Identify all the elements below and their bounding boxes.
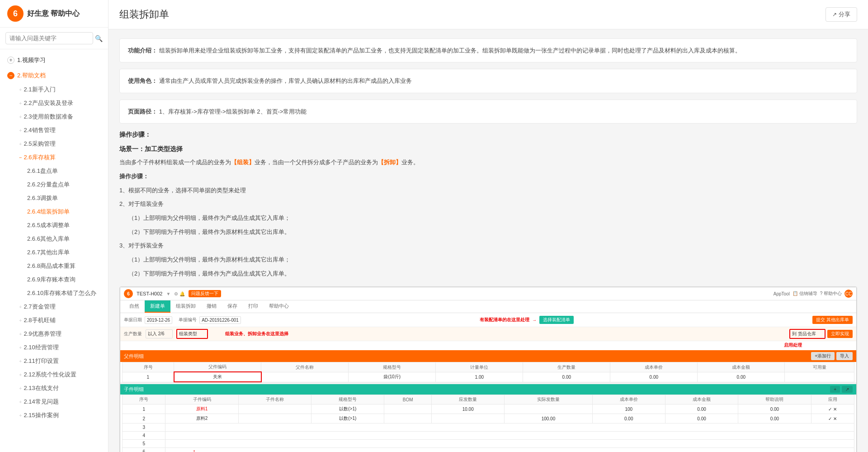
sub-cell [238, 414, 311, 423]
sub-col-no: 序号 [123, 395, 165, 404]
sidebar-item-2-6-6[interactable]: 2.6.6其他入库单 [25, 232, 108, 246]
sidebar-item-2-6-8[interactable]: 2.6.8商品成本重算 [25, 259, 108, 273]
sidebar-item-2-6-1[interactable]: 2.6.1盘点单 [25, 164, 108, 178]
sub-cell: 0.00 [665, 404, 738, 414]
mock-date-label: 单据日期 [124, 317, 142, 323]
mock-tabs: 自然 新建单 组装拆卸 撤销 保存 打印 帮助中心 [120, 300, 856, 313]
mock-tab-save[interactable]: 保存 [222, 300, 243, 313]
sub-cell: 4 [123, 432, 165, 440]
annotation-text-2: 组装业务、拆卸业务在这里选择 [225, 331, 288, 337]
mock-lower-title: 子件明细 [124, 386, 144, 393]
sidebar-item-2-10[interactable]: +2.10经营管理 [9, 341, 108, 354]
sidebar-item-2-6[interactable]: −2.6库存核算 [9, 151, 108, 164]
step3-2: （2）下部明细为子件明细，最终作为产成品生成其它入库单。 [119, 268, 857, 280]
sidebar-item-2-12[interactable]: +2.12系统个性化设置 [9, 368, 108, 381]
search-box: 🔍 [0, 28, 108, 49]
mock-topbar-left: 6 TEST-H002 ▼ ⚙ 🔔 问题反馈一下 [124, 289, 221, 298]
sidebar-item-2-6-5[interactable]: 2.6.5成本调整单 [25, 219, 108, 232]
mock-tab-home[interactable]: 自然 [124, 300, 145, 313]
mock-qty-val[interactable]: 以入 2/6 [146, 329, 173, 338]
mock-tab-assembly[interactable]: 组装拆卸 [170, 300, 201, 313]
sidebar-item-1-label: 1.视频学习 [17, 56, 46, 64]
sidebar: 6 好生意 帮助中心 🔍 + 1.视频学习 − 2.帮助文档 +2.1新手入门 [0, 0, 108, 452]
mock-qty-label: 生产数量 [124, 331, 142, 337]
mock-bill-val[interactable]: AD-20191226-001 [199, 316, 241, 324]
role-text: 通常由生产人员或库管人员完成拆装业务的操作，库管人员确认原材料的出库和产成品的入… [159, 77, 412, 84]
main-header: 组装拆卸单 ↗ 分享 [108, 0, 868, 29]
sidebar-item-2-label: 2.帮助文档 [17, 71, 46, 80]
sidebar-item-2-13[interactable]: +2.13在线支付 [9, 381, 108, 395]
dot-icon: + [19, 318, 22, 323]
mock-btn-select-bom[interactable]: 选择装配清单 [539, 316, 574, 324]
parent-table: 序号 父件编码 父件名称 规格型号 计量单位 生产数量 成本单价 成本金额 可用… [122, 362, 854, 382]
sidebar-item-2-6-7[interactable]: 2.6.7其他出库单 [25, 246, 108, 259]
lower-table-wrapper: 序号 子件编码 子件名称 规格型号 BOM 应发数量 实际发数量 成本单价 成本… [120, 395, 856, 452]
sub-cell: 2 [123, 414, 165, 423]
mock-import[interactable]: 导入 [836, 352, 853, 360]
sidebar-item-2-15[interactable]: +2.15操作案例 [9, 409, 108, 422]
sidebar-item-2-2[interactable]: +2.2产品安装及登录 [9, 96, 108, 110]
sub-col-cost-p: 成本单价 [592, 395, 665, 404]
mock-tab-new[interactable]: 新建单 [145, 300, 170, 313]
mock-lower-expand[interactable]: ↗ [842, 386, 853, 393]
sidebar-item-2[interactable]: − 2.帮助文档 [0, 68, 108, 83]
sub-cell: 原料2 [165, 414, 238, 423]
sidebar-item-2-7[interactable]: +2.7资金管理 [9, 300, 108, 314]
sub-cell: 以数(>1) [311, 414, 384, 423]
sidebar-item-2-6-9[interactable]: 2.6.9库存账本查询 [25, 273, 108, 286]
sidebar-item-2-6-2[interactable]: 2.6.2分量盘点单 [25, 178, 108, 191]
sub-cell: 3 [123, 423, 165, 432]
share-button[interactable]: ↗ 分享 [826, 7, 857, 22]
sidebar-item-2-6-3[interactable]: 2.6.3调拨单 [25, 191, 108, 205]
mock-topbar: 6 TEST-H002 ▼ ⚙ 🔔 问题反馈一下 AppTool 📋 信纳辅导 … [120, 287, 856, 300]
col-code: 父件编码 [174, 362, 261, 372]
mock-logo: 6 [124, 289, 133, 298]
sidebar-item-2-1[interactable]: +2.1新手入门 [9, 83, 108, 96]
mock-tab-print[interactable]: 打印 [243, 300, 264, 313]
mock-add-row[interactable]: +添加行 [811, 352, 835, 360]
cell-no: 1 [123, 372, 174, 382]
role-box: 使用角色： 通常由生产人员或库管人员完成拆装业务的操作，库管人员确认原材料的出库… [119, 69, 857, 93]
search-button[interactable]: 🔍 [95, 35, 103, 42]
step2: 2、对于组装业务 [119, 199, 857, 210]
minus-icon-2-6: − [19, 155, 22, 160]
mock-lower-add[interactable]: + [830, 386, 840, 393]
annotation-text-1: 有装配清单的在这里处理 [480, 317, 529, 323]
search-input[interactable] [5, 32, 93, 44]
dot-icon: + [19, 304, 22, 309]
mock-tab-undo[interactable]: 撤销 [201, 300, 222, 313]
sidebar-item-1[interactable]: + 1.视频学习 [0, 53, 108, 67]
sub-col-spec: 规格型号 [311, 395, 384, 404]
nav-sub-items-2: +2.1新手入门 +2.2产品安装及登录 +2.3使用前数据准备 +2.4销售管… [0, 83, 108, 422]
mock-type-select[interactable]: 组装类型 [176, 329, 208, 339]
sidebar-item-2-9[interactable]: +2.9优惠券管理 [9, 327, 108, 341]
page-title: 组装拆卸单 [119, 8, 169, 21]
sidebar-item-2-3[interactable]: +2.3使用前数据准备 [9, 110, 108, 124]
mock-date-val[interactable]: 2019-12-26 [145, 316, 172, 324]
sidebar-item-2-6-4[interactable]: 2.6.4组装拆卸单 [25, 205, 108, 219]
sub-col-apply: 应用 [811, 395, 854, 404]
sidebar-item-2-14[interactable]: +2.14常见问题 [9, 395, 108, 409]
nav-section-1: + 1.视频学习 [0, 53, 108, 67]
sub-cell [505, 404, 592, 414]
sidebar-item-2-5[interactable]: +2.5采购管理 [9, 137, 108, 151]
sidebar-item-2-11[interactable]: +2.11打印设置 [9, 354, 108, 368]
mock-warehouse-input[interactable]: 到 货品仓库 [789, 329, 826, 339]
cell-code: 关米 [174, 372, 261, 382]
mock-bill-label: 单据编号 [179, 317, 197, 323]
path-text: 1、库存核算->库存管理->组装拆卸单 2、首页->常用功能 [159, 108, 307, 115]
table-row: 1 关米 袋(10斤) 1.00 0.00 0.00 0.00 [123, 372, 854, 382]
mock-btn-confirm[interactable]: 立即实现 [827, 330, 853, 338]
mock-btn-submit[interactable]: 提交 其他出库单 [812, 316, 853, 324]
mock-tab-help[interactable]: 帮助中心 [264, 300, 294, 313]
dot-icon: + [19, 385, 22, 391]
sidebar-item-2-6-10[interactable]: 2.6.10库存账本错了怎么办 [25, 286, 108, 300]
sub-cell [384, 404, 432, 414]
content-area: 功能介绍： 组装拆卸单用来处理企业组装或拆卸等加工业务，支持有固定装配清单的产品… [108, 29, 868, 452]
step3: 3、对于拆装业务 [119, 240, 857, 252]
sidebar-item-2-8[interactable]: +2.8手机旺铺 [9, 314, 108, 327]
intro-text: 组装拆卸单用来处理企业组装或拆卸等加工业务，支持有固定装配清单的产品加工业务，也… [159, 47, 741, 54]
sidebar-item-2-4[interactable]: +2.4销售管理 [9, 124, 108, 137]
sub-cell: 1 [123, 404, 165, 414]
mock-upper-header: 父件明细 +添加行 导入 [120, 350, 856, 362]
